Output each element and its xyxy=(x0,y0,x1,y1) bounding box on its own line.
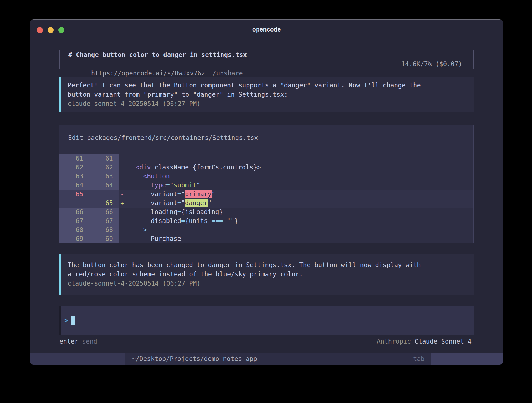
token-stats: 14.6K/7% ($0.07) xyxy=(401,60,462,69)
model-indicator: AnthropicClaude Sonnet 4 xyxy=(377,337,472,346)
diff-row: 6868 > xyxy=(59,225,473,234)
session-title: # Change button color to danger in setti… xyxy=(68,50,473,60)
assistant-message: The button color has been changed to dan… xyxy=(59,254,474,295)
diff-row: 6161 xyxy=(59,154,473,163)
working-directory: ~/Desktop/Projects/demo-notes-app xyxy=(132,353,413,365)
message-line: button variant from "primary" to "danger… xyxy=(68,90,474,99)
prompt-input[interactable]: > xyxy=(59,306,474,335)
diff-row: 6666 loading={isLoading} xyxy=(59,208,473,216)
diff-row: 65- variant="primary" xyxy=(59,190,473,199)
tab-key-hint[interactable]: tab xyxy=(413,353,424,365)
diff-row: 65+ variant="danger" xyxy=(59,199,473,208)
share-url[interactable]: https://opencode.ai/s/UwJxv76z xyxy=(91,70,205,77)
message-line: a red/rose color scheme instead of the b… xyxy=(68,270,474,279)
send-label: send xyxy=(82,338,97,345)
diff-row: 6767 disabled={units === ""} xyxy=(59,216,473,225)
diff-row: 6363 <Button xyxy=(59,172,473,181)
send-hint: entersend xyxy=(59,337,97,346)
provider-label: Anthropic xyxy=(377,338,411,345)
message-line: Perfect! I can see that the Button compo… xyxy=(68,81,474,90)
text-cursor xyxy=(71,316,75,325)
model-label: Claude Sonnet 4 xyxy=(415,338,472,345)
prompt-symbol: > xyxy=(64,317,68,324)
diff-row: 6464 type="submit" xyxy=(59,181,473,190)
opencode-window: opencode # Change button color to danger… xyxy=(30,19,503,365)
message-line: The button color has been changed to dan… xyxy=(68,261,474,270)
edit-file-path: Edit packages/frontend/src/containers/Se… xyxy=(59,133,473,143)
status-bar: opencodev0.3.11 ~/Desktop/Projects/demo-… xyxy=(30,353,503,365)
hint-row: entersend AnthropicClaude Sonnet 4 xyxy=(59,337,474,346)
message-meta: claude-sonnet-4-20250514 (06:27 PM) xyxy=(68,279,474,288)
diff-body: 6161 6262 <div className={formCs.control… xyxy=(59,154,473,243)
window-title: opencode xyxy=(30,26,503,33)
app-version-segment: opencodev0.3.11 xyxy=(30,353,125,365)
assistant-message: Perfect! I can see that the Button compo… xyxy=(59,78,474,112)
diff-row: 6969 Purchase xyxy=(59,234,473,243)
unshare-command[interactable]: /unshare xyxy=(212,70,243,77)
message-meta: claude-sonnet-4-20250514 (06:27 PM) xyxy=(68,99,474,109)
title-bar: opencode xyxy=(30,20,503,39)
edit-tool-block: Edit packages/frontend/src/containers/Se… xyxy=(59,125,474,243)
enter-key-hint: enter xyxy=(59,338,78,345)
mode-segment[interactable]: BUILDMODE xyxy=(431,353,503,365)
share-header: # Change button color to danger in setti… xyxy=(59,50,474,69)
diff-row: 6262 <div className={formCs.controls}> xyxy=(59,163,473,172)
